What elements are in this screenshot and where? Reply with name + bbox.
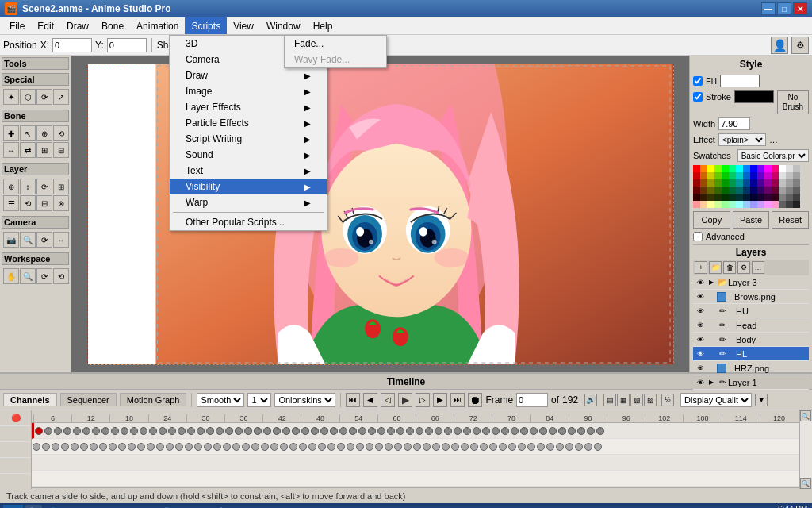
- no-brush-button[interactable]: No Brush: [777, 90, 809, 114]
- swatch-1-1[interactable]: [700, 172, 707, 179]
- swatch-1-6[interactable]: [736, 172, 743, 179]
- dot-row1-13[interactable]: [156, 443, 164, 451]
- swatch-1-8[interactable]: [750, 172, 757, 179]
- swatch-0-3[interactable]: [714, 165, 722, 172]
- dot-row0-45[interactable]: [463, 427, 471, 435]
- dot-row0-0[interactable]: [35, 427, 43, 435]
- tl-zoom-in[interactable]: 🔍: [800, 410, 811, 421]
- swatch-4-0[interactable]: [693, 194, 700, 201]
- layer-arrow-6[interactable]: [706, 363, 717, 374]
- workspace-btn-2[interactable]: 🔍: [20, 268, 36, 284]
- dot-row1-15[interactable]: [175, 443, 183, 451]
- dot-row0-54[interactable]: [549, 427, 557, 435]
- swatch-1-9[interactable]: [757, 172, 764, 179]
- dot-row1-28[interactable]: [299, 443, 307, 451]
- dot-row1-42[interactable]: [432, 443, 440, 451]
- dot-row0-36[interactable]: [377, 427, 385, 435]
- user-icon[interactable]: 👤: [771, 37, 788, 54]
- swatch-5-3[interactable]: [714, 201, 722, 208]
- dot-row1-57[interactable]: [575, 443, 583, 451]
- swatch-2-2[interactable]: [707, 179, 714, 187]
- swatch-4-10[interactable]: [764, 194, 772, 201]
- dot-row1-14[interactable]: [166, 443, 174, 451]
- dot-row0-27[interactable]: [292, 427, 300, 435]
- visibility-fade[interactable]: Fade...: [285, 36, 386, 52]
- swatch-0-8[interactable]: [750, 165, 757, 172]
- dot-row0-12[interactable]: [149, 427, 157, 435]
- taskbar-chrome[interactable]: 🌍: [158, 505, 175, 508]
- effect-dots[interactable]: …: [769, 135, 778, 144]
- layer-row-1[interactable]: 👁Brows.png: [693, 290, 809, 304]
- workspace-btn-1[interactable]: ✋: [3, 268, 19, 284]
- dot-row1-47[interactable]: [480, 443, 488, 451]
- layer-btn-7[interactable]: ⊟: [36, 195, 52, 211]
- taskbar-app3[interactable]: 🔧: [215, 505, 232, 508]
- swatch-5-7[interactable]: [743, 201, 750, 208]
- next-frame-btn[interactable]: ▶: [433, 393, 447, 407]
- swatch-5-2[interactable]: [707, 201, 714, 208]
- swatch-4-3[interactable]: [714, 194, 722, 201]
- tab-sequencer[interactable]: Sequencer: [60, 393, 117, 406]
- menu-help[interactable]: Help: [307, 17, 339, 34]
- swatch-4-4[interactable]: [722, 194, 729, 201]
- scripts-sound[interactable]: Sound▶: [170, 147, 327, 163]
- dot-row1-9[interactable]: [118, 443, 126, 451]
- bone-btn-5[interactable]: ↔: [3, 142, 19, 158]
- swatch-2-7[interactable]: [743, 179, 750, 187]
- taskbar-ie[interactable]: 🌐: [44, 505, 61, 508]
- effect-select[interactable]: <plain>: [718, 133, 766, 146]
- camera-btn-2[interactable]: 🔍: [20, 232, 36, 248]
- scripts-script-writing[interactable]: Script Writing▶: [170, 131, 327, 147]
- dot-row1-0[interactable]: [33, 443, 40, 451]
- canvas-area[interactable]: [71, 56, 689, 372]
- layer-btn-4[interactable]: ⊞: [53, 179, 69, 194]
- layer-vis-1[interactable]: 👁: [695, 291, 706, 302]
- workspace-btn-4[interactable]: ⟲: [53, 268, 69, 284]
- dot-row1-3[interactable]: [61, 443, 69, 451]
- swatch-1-10[interactable]: [764, 172, 772, 179]
- swatch-5-1[interactable]: [700, 201, 707, 208]
- display-quality-arrow[interactable]: ▼: [755, 394, 768, 406]
- swatch-4-8[interactable]: [750, 194, 757, 201]
- dot-row1-24[interactable]: [261, 443, 269, 451]
- swatch-0-11[interactable]: [772, 165, 779, 172]
- layer-btn-5[interactable]: ☰: [3, 195, 19, 211]
- swatch-1-3[interactable]: [714, 172, 722, 179]
- swatch-0-7[interactable]: [743, 165, 750, 172]
- tab-channels[interactable]: Channels: [3, 393, 57, 406]
- dot-row1-53[interactable]: [537, 443, 545, 451]
- swatch-0-1[interactable]: [700, 165, 707, 172]
- swatch-3-4[interactable]: [722, 187, 729, 194]
- dot-row0-29[interactable]: [311, 427, 319, 435]
- bone-btn-6[interactable]: ⇄: [20, 142, 36, 158]
- close-button[interactable]: ✕: [793, 2, 807, 15]
- layer-btn-3[interactable]: ⟳: [36, 179, 52, 194]
- bone-btn-7[interactable]: ⊞: [36, 142, 52, 158]
- scripts-text[interactable]: Text▶: [170, 163, 327, 179]
- dot-row1-49[interactable]: [499, 443, 507, 451]
- skip-end-btn[interactable]: ⏭: [450, 393, 465, 407]
- layer-arrow-5[interactable]: [706, 348, 717, 360]
- dot-row0-56[interactable]: [568, 427, 576, 435]
- layer-row-5[interactable]: 👁✏HL: [693, 347, 809, 361]
- swatch-0-13[interactable]: [786, 165, 793, 172]
- swatches-select[interactable]: Basic Colors.png: [737, 149, 809, 162]
- tab-motion-graph[interactable]: Motion Graph: [120, 393, 187, 406]
- dot-row0-14[interactable]: [168, 427, 176, 435]
- dot-row0-37[interactable]: [387, 427, 395, 435]
- taskbar-music[interactable]: 🎵: [101, 505, 118, 508]
- swatch-3-2[interactable]: [707, 187, 714, 194]
- dot-row0-2[interactable]: [54, 427, 62, 435]
- dot-row0-39[interactable]: [406, 427, 414, 435]
- swatch-1-12[interactable]: [779, 172, 786, 179]
- dot-row1-21[interactable]: [232, 443, 240, 451]
- interp-select[interactable]: 1: [247, 393, 271, 407]
- swatch-2-6[interactable]: [736, 179, 743, 187]
- swatch-5-6[interactable]: [736, 201, 743, 208]
- swatch-5-4[interactable]: [722, 201, 729, 208]
- layer-add-btn[interactable]: +: [695, 261, 707, 274]
- layer-more-btn[interactable]: …: [752, 261, 764, 274]
- camera-btn-4[interactable]: ↔: [53, 232, 69, 248]
- dot-row1-23[interactable]: [251, 443, 259, 451]
- dot-row0-8[interactable]: [111, 427, 119, 435]
